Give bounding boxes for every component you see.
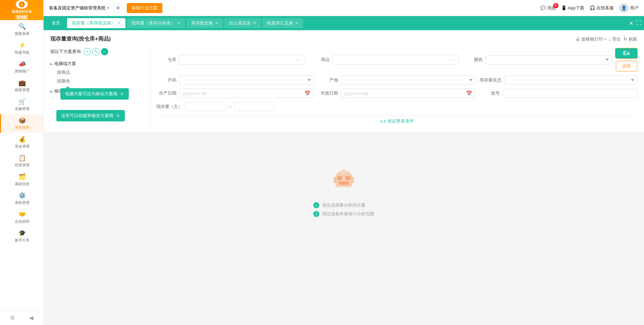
collapse-button[interactable]: ∧∧ 收起更多条件: [156, 115, 637, 127]
sidebar-item-search[interactable]: 🔍 搜索菜单: [0, 20, 43, 39]
print-arrow-icon: ▾: [604, 37, 606, 41]
warehouse-input[interactable]: ···: [179, 55, 306, 65]
finance-icon: 💰: [18, 136, 26, 143]
tab-batch[interactable]: 库存批次账 ✕: [186, 18, 223, 28]
warehouse-dots[interactable]: ···: [295, 57, 302, 63]
scheme-item-1[interactable]: 按商品: [50, 68, 145, 77]
settings-bottom-icon[interactable]: ⚙: [10, 315, 15, 321]
app-label: App下载: [568, 5, 584, 11]
reset-button[interactable]: 设置: [616, 61, 637, 71]
nav-icon: ⚡: [18, 42, 26, 49]
scheme-panel: 按以下方案查询 + ✎ ← ▶ 电脑端方案: [50, 48, 151, 127]
export-button[interactable]: ↓ 导出: [609, 36, 621, 42]
avatar: 👤: [619, 3, 629, 13]
tab-home[interactable]: 首页: [46, 18, 66, 28]
sidebar-item-inventory[interactable]: 📦 库存核算: [0, 114, 43, 133]
edit-scheme-button[interactable]: ✎: [92, 48, 100, 55]
product-input[interactable]: ···: [332, 55, 459, 65]
scheme-computer-label: 电脑端方案: [54, 61, 76, 67]
system-name-dropdown[interactable]: 装备及固定资产辅助管理系统 ▾: [49, 5, 109, 11]
sidebar-item-enterprise[interactable]: 🤝 企业协同: [0, 208, 43, 227]
sidebar-label-guide: 新手引导: [15, 238, 30, 243]
batch-input[interactable]: [502, 89, 637, 98]
refresh-button[interactable]: ↻ 刷新: [624, 36, 637, 42]
tab-inventory-dist[interactable]: 现存量（库存分布表） ✕: [127, 18, 185, 28]
stock-main-max-input[interactable]: [234, 102, 274, 111]
add-scheme-button[interactable]: +: [84, 48, 91, 55]
stock-main-field: 现存量（主） —: [156, 102, 637, 111]
production-cal-icon[interactable]: 📅: [305, 91, 310, 96]
step2-num: 2: [313, 211, 319, 217]
production-date-placeholder: yyyy-mm-dd: [183, 91, 207, 96]
empty-state: 1 请先选择要分析的方案 2 用过滤条件来缩小分析范围: [44, 135, 644, 247]
size-label: 尺码: [156, 77, 176, 83]
svg-rect-4: [345, 176, 351, 180]
sidebar-item-nav[interactable]: ⚡ 快捷导航: [0, 39, 43, 58]
sidebar-item-marketing[interactable]: 📣 营销推广: [0, 58, 43, 76]
tooltip1-close-button[interactable]: ✕: [120, 91, 124, 97]
print-button[interactable]: 🖨 按模板打印 ▾: [576, 36, 606, 42]
sidebar-item-finance[interactable]: 💰 资金管理: [0, 133, 43, 152]
tab-label-inventory-status: 现存量（库存状况表）: [72, 20, 115, 26]
filter-row-4: 现存量（主） —: [156, 102, 637, 111]
size-select[interactable]: [179, 75, 314, 85]
sidebar-item-operations[interactable]: 📋 经营管理: [0, 152, 43, 170]
stock-status-select[interactable]: [504, 75, 637, 85]
sidebar-item-basic[interactable]: 🗂️ 基础信息: [0, 170, 43, 189]
color-select[interactable]: [485, 55, 612, 64]
tab-close-all-icon[interactable]: ✕: [629, 20, 633, 26]
trial-button[interactable]: 体验行业方案: [127, 3, 162, 13]
origin-label: 产地: [318, 77, 338, 83]
sidebar-label-basic: 基础信息: [15, 181, 30, 186]
page-content: 现存量查询(按仓库+商品) 🖨 按模板打印 ▾ ↓ 导出 ↻ 刷新: [44, 30, 644, 325]
scheme-item-2-label: 按颜色: [57, 78, 70, 84]
logo: 6 畅通道好生意 标准版: [0, 0, 43, 20]
tab-collect[interactable]: 收发存汇总表 ✕: [262, 18, 303, 28]
color-field: 颜色: [463, 55, 612, 64]
tooltip2-close-button[interactable]: ✕: [116, 113, 120, 118]
logo-icon: 6: [16, 0, 28, 9]
empty-steps-list: 1 请先选择要分析的方案 2 用过滤条件来缩小分析范围: [313, 202, 374, 220]
sidebar-label-enterprise: 企业协同: [15, 219, 30, 224]
expiry-date-input[interactable]: yyyy-mm-dd 📅: [341, 89, 476, 98]
scheme-section-computer-header[interactable]: ▶ 电脑端方案: [50, 59, 145, 68]
tab-close-collect[interactable]: ✕: [295, 21, 299, 25]
tab-close-batch[interactable]: ✕: [215, 21, 218, 25]
system-icon: ⚙️: [18, 192, 26, 199]
tooltip1-text: 电脑方案可设为移动方案哦: [65, 91, 117, 97]
sales-icon: 💼: [18, 79, 26, 87]
tab-inventory-status[interactable]: 现存量（库存状况表） ✕: [67, 18, 125, 28]
expiry-date-placeholder: yyyy-mm-dd: [344, 91, 368, 96]
sidebar-item-guide[interactable]: 🎓 新手引导: [0, 227, 43, 246]
scheme-item-2[interactable]: 按颜色: [50, 77, 145, 86]
back-scheme-button[interactable]: ←: [101, 48, 108, 55]
message-button[interactable]: 💬 消息 6: [540, 5, 556, 11]
sidebar-item-purchase[interactable]: 🛒 采购管理: [0, 95, 43, 114]
app-download-button[interactable]: 📱 App下载: [561, 5, 584, 11]
collapse-sidebar-icon[interactable]: ◀: [29, 315, 33, 321]
tab-inout[interactable]: 出入库流水 ✕: [224, 18, 261, 28]
tab-label-batch: 库存批次账: [191, 20, 213, 26]
sidebar: 6 畅通道好生意 标准版 🔍 搜索菜单 ⚡ 快捷导航 📣 营销推广 💼 销售管理…: [0, 0, 44, 325]
expiry-cal-icon[interactable]: 📅: [466, 91, 472, 96]
print-icon: 🖨: [576, 37, 580, 42]
user-label: 用户: [630, 5, 639, 11]
operations-icon: 📋: [18, 154, 26, 162]
production-date-input[interactable]: yyyy-mm-dd 📅: [179, 89, 314, 98]
origin-select[interactable]: [341, 75, 476, 85]
product-dots[interactable]: ···: [448, 57, 455, 63]
gear-button[interactable]: ⚙: [113, 3, 123, 13]
sidebar-item-sales[interactable]: 💼 销售管理: [0, 76, 43, 95]
sidebar-label-nav: 快捷导航: [15, 50, 30, 55]
support-button[interactable]: 🎧 在线客服: [590, 5, 614, 11]
tab-close-inventory-status[interactable]: ✕: [117, 21, 121, 25]
sidebar-item-system[interactable]: ⚙️ 系统管理: [0, 189, 43, 208]
svg-rect-5: [339, 181, 349, 185]
tab-close-inventory-dist[interactable]: ✕: [177, 21, 180, 25]
user-button[interactable]: 👤 用户: [619, 3, 639, 13]
top-header: 装备及固定资产辅助管理系统 ▾ ⚙ 体验行业方案 💬 消息 6 📱 App下载 …: [44, 0, 644, 16]
tab-close-inout[interactable]: ✕: [253, 21, 256, 25]
stock-main-min-input[interactable]: [185, 102, 225, 111]
sidebar-label-search: 搜索菜单: [15, 31, 30, 36]
tab-fullscreen-icon[interactable]: ⛶: [636, 20, 641, 26]
